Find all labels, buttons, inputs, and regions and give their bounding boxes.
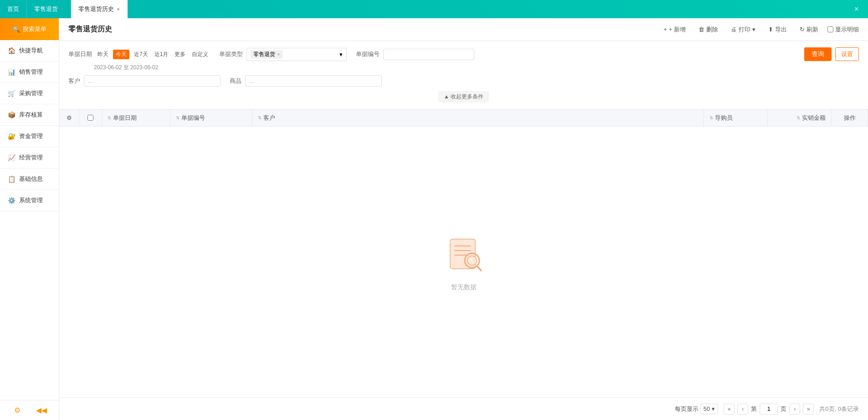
delete-button[interactable]: 🗑 删除 (695, 24, 722, 36)
sidebar-item-inventory-label: 库存核算 (19, 111, 43, 119)
sidebar-item-basic-info[interactable]: 📋 基础信息 (0, 169, 59, 190)
empty-text: 暂无数据 (451, 283, 477, 292)
page-number-input[interactable] (760, 404, 778, 415)
basic-info-icon: 📋 (7, 175, 15, 183)
sidebar-item-quick-nav[interactable]: 🏠 快捷导航 (0, 40, 59, 61)
print-button[interactable]: 🖨 打印 ▾ (727, 24, 759, 36)
window-close-button[interactable]: × (845, 0, 868, 18)
tab-retail-return-label: 零售退货 (34, 5, 58, 13)
number-filter-group: 单据编号 (356, 49, 474, 60)
new-icon: + (663, 26, 667, 33)
print-dropdown-icon: ▾ (752, 26, 755, 33)
refresh-button[interactable]: ↻ 刷新 (796, 24, 822, 36)
th-action-label: 操作 (844, 114, 856, 122)
page-header: 零售退货历史 + + 新增 🗑 删除 🖨 打印 ▾ ⬆ 导出 (59, 18, 868, 41)
type-dropdown-icon: ▾ (339, 51, 343, 58)
query-label: 查询 (812, 50, 824, 58)
tab-retail-return-history[interactable]: 零售退货历史 × (71, 0, 127, 18)
customer-filter-select[interactable]: ... (84, 75, 221, 87)
query-button[interactable]: 查询 (804, 47, 832, 61)
delete-icon: 🗑 (699, 26, 704, 33)
date-filter-label: 单据日期 (68, 50, 92, 58)
sidebar-item-purchase[interactable]: 🛒 采购管理 (0, 83, 59, 104)
date-opt-custom[interactable]: 自定义 (190, 50, 210, 59)
th-checkbox[interactable] (79, 109, 102, 126)
tab-retail-return-history-close[interactable]: × (117, 6, 119, 12)
page-size-label: 每页显示 (675, 405, 699, 413)
sidebar-item-sales[interactable]: 📊 销售管理 (0, 61, 59, 83)
th-customer[interactable]: ⇅ 客户 (252, 109, 704, 126)
tab-home[interactable]: 首页 (0, 0, 27, 18)
th-guide[interactable]: ⇅ 导购员 (704, 109, 768, 126)
sidebar-search-label: 搜索菜单 (23, 25, 46, 33)
sales-icon: 📊 (7, 68, 15, 76)
tab-retail-return[interactable]: 零售退货 × (27, 0, 71, 18)
date-opt-today[interactable]: 今天 (113, 50, 129, 59)
empty-state: 暂无数据 (59, 127, 868, 397)
last-page-button[interactable]: » (803, 404, 814, 415)
date-opt-yesterday[interactable]: 昨天 (96, 50, 110, 59)
export-button[interactable]: ⬆ 导出 (765, 24, 791, 36)
type-tag-close[interactable]: × (277, 52, 280, 57)
amount-sort-icon: ⇅ (796, 115, 800, 120)
table-area: ⚙ ⇅ 单据日期 ⇅ 单据编号 ⇅ 客户 ⇅ (59, 109, 868, 397)
last-page-icon: » (807, 406, 810, 412)
operations-icon: 📈 (7, 154, 15, 162)
sidebar-search[interactable]: 🔍 搜索菜单 (0, 18, 59, 40)
sidebar-settings-icon[interactable]: ⚙ (11, 404, 24, 417)
date-opt-more[interactable]: 更多 (173, 50, 187, 59)
type-filter-label: 单据类型 (219, 50, 243, 58)
number-filter-input[interactable] (383, 49, 474, 60)
goods-filter-select[interactable]: ... (245, 75, 382, 87)
filter-row-1: 单据日期 昨天 今天 近7天 近1月 更多 自定义 单据类型 (68, 47, 859, 61)
show-detail-checkbox-group[interactable]: 显示明细 (827, 26, 859, 34)
customer-filter-group: 客户 ... (68, 75, 221, 87)
type-filter-group: 单据类型 零售退货 × ▾ (219, 48, 347, 61)
page-size-selector[interactable]: 50 ▾ (700, 404, 718, 414)
sidebar-item-finance[interactable]: 🔐 资金管理 (0, 126, 59, 147)
date-opt-7days[interactable]: 近7天 (132, 50, 150, 59)
show-detail-checkbox[interactable] (827, 26, 833, 32)
page-suffix: 页 (781, 405, 786, 413)
number-sort-icon: ⇅ (176, 115, 180, 120)
tab-retail-return-close[interactable]: × (61, 6, 63, 12)
goods-filter-label: 商品 (230, 77, 241, 85)
new-label: + 新增 (669, 26, 686, 34)
th-amount[interactable]: ⇅ 实销金额 (768, 109, 832, 126)
next-page-button[interactable]: › (789, 404, 800, 415)
collapse-button[interactable]: ▲ 收起更多条件 (438, 91, 489, 102)
th-date[interactable]: ⇅ 单据日期 (102, 109, 170, 126)
prev-page-button[interactable]: ‹ (737, 404, 748, 415)
sidebar-item-operations[interactable]: 📈 经营管理 (0, 147, 59, 169)
svg-point-7 (469, 257, 472, 260)
table-header: ⚙ ⇅ 单据日期 ⇅ 单据编号 ⇅ 客户 ⇅ (59, 109, 868, 127)
th-amount-label: 实销金额 (802, 114, 826, 122)
th-action: 操作 (832, 109, 868, 126)
setting-button[interactable]: 设置 (835, 47, 859, 61)
sidebar-item-system[interactable]: ⚙️ 系统管理 (0, 190, 59, 211)
new-button[interactable]: + + 新增 (660, 24, 689, 36)
print-icon: 🖨 (731, 26, 737, 33)
sidebar-item-inventory[interactable]: 📦 库存核算 (0, 104, 59, 126)
sidebar-item-finance-label: 资金管理 (19, 132, 43, 140)
first-page-button[interactable]: « (724, 404, 734, 415)
print-label: 打印 (739, 26, 750, 34)
page-title: 零售退货历史 (68, 25, 112, 34)
sidebar-speaker-icon[interactable]: ◀◀ (35, 404, 48, 417)
date-range-display: 2023-06-02 至 2023-06-02 (94, 63, 859, 72)
page-prefix: 第 (751, 405, 757, 413)
goods-ellipsis: ... (249, 77, 254, 84)
th-number[interactable]: ⇅ 单据编号 (170, 109, 252, 126)
goods-filter-group: 商品 ... (230, 75, 382, 87)
refresh-icon: ↻ (800, 26, 805, 33)
empty-illustration (441, 232, 487, 278)
page-total: 共0页, 0条记录 (819, 405, 859, 413)
delete-label: 删除 (706, 26, 718, 34)
th-settings[interactable]: ⚙ (59, 109, 79, 126)
date-opt-1month[interactable]: 近1月 (153, 50, 170, 59)
select-all-checkbox[interactable] (87, 115, 93, 121)
type-filter-select[interactable]: 零售退货 × ▾ (247, 48, 347, 61)
home-icon: 🏠 (7, 46, 15, 55)
top-bar: 首页 零售退货 × 零售退货历史 × × (0, 0, 868, 18)
tab-bar: 首页 零售退货 × 零售退货历史 × (0, 0, 845, 18)
